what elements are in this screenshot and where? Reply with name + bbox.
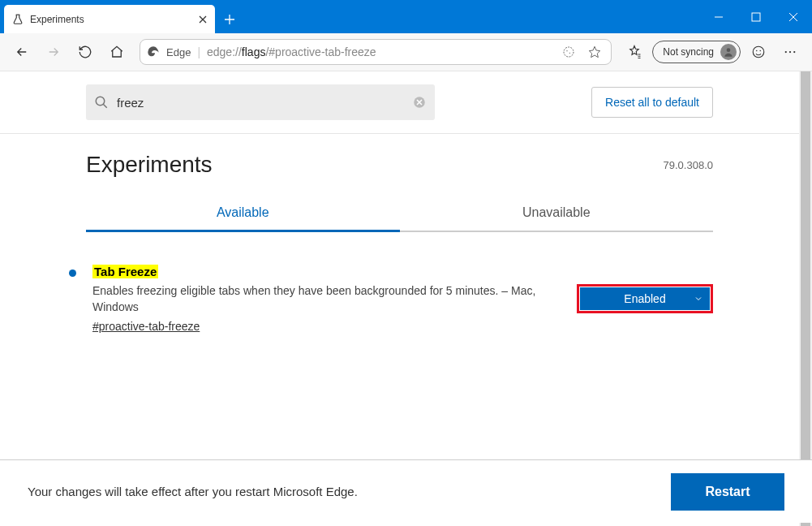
home-icon [110,45,124,59]
flag-select-wrapper: Enabled [577,284,713,333]
minimize-icon [714,12,724,22]
edge-logo-icon [147,45,160,58]
favorites-list-button[interactable] [621,38,648,66]
cookie-icon [562,45,575,58]
new-tab-button[interactable] [215,5,244,33]
person-icon [723,46,734,58]
clear-search-button[interactable] [412,95,427,110]
svg-point-6 [756,50,758,52]
smiley-icon [751,45,766,59]
addr-prefix: Edge [166,46,191,58]
address-bar[interactable]: Edge | edge://flags/#proactive-tab-freez… [140,39,612,65]
browser-tab[interactable]: Experiments [4,5,215,33]
flag-item: Tab Freeze Enables freezing eligible tab… [0,232,799,333]
svg-point-7 [760,50,762,52]
restart-button[interactable]: Restart [671,473,784,511]
maximize-icon [751,12,761,22]
refresh-button[interactable] [71,38,99,66]
footer-message: Your changes will take effect after you … [28,485,358,498]
addr-separator: | [197,45,200,58]
close-icon [788,12,798,22]
close-icon [199,15,207,24]
close-window-button[interactable] [775,0,812,33]
cookie-settings-button[interactable] [559,42,578,62]
search-box[interactable] [86,84,435,120]
feedback-button[interactable] [745,38,772,66]
tab-title: Experiments [30,14,84,25]
browser-toolbar: Edge | edge://flags/#proactive-tab-freez… [0,33,812,71]
svg-point-5 [753,46,764,58]
menu-button[interactable] [776,38,804,66]
star-list-icon [627,45,642,59]
plus-icon [224,14,235,25]
clear-icon [412,95,427,110]
flag-title: Tab Freeze [92,265,158,278]
favorite-button[interactable] [585,42,604,62]
reset-all-button[interactable]: Reset all to default [591,87,713,118]
forward-button [40,38,67,66]
back-button[interactable] [8,38,36,66]
star-icon [588,45,601,58]
flask-icon [12,14,24,25]
scrollbar[interactable] [799,71,812,526]
svg-point-2 [567,50,568,51]
svg-point-8 [785,51,787,53]
version-label: 79.0.308.0 [664,159,713,171]
flag-select-dropdown[interactable]: Enabled [580,287,710,310]
arrow-left-icon [15,45,29,59]
svg-point-10 [793,51,795,53]
search-icon [94,95,109,110]
svg-point-1 [564,47,574,57]
tab-unavailable[interactable]: Unavailable [400,196,714,232]
addr-url: edge://flags/#proactive-tab-freeze [207,45,552,58]
scrollbar-thumb[interactable] [801,71,810,526]
flag-modified-indicator [69,269,76,277]
svg-point-9 [789,51,791,53]
more-icon [783,45,797,59]
svg-point-3 [569,53,570,54]
window-titlebar: Experiments [0,0,812,33]
refresh-icon [78,45,92,59]
tab-close-button[interactable] [199,15,207,24]
tabs-row: Available Unavailable [0,186,799,232]
profile-sync-button[interactable]: Not syncing [652,41,741,63]
tab-available[interactable]: Available [86,196,400,232]
sync-label: Not syncing [663,46,714,58]
search-row: Reset all to default [0,71,799,134]
flag-hash-link[interactable]: #proactive-tab-freeze [92,320,200,333]
arrow-right-icon [46,45,61,59]
flag-description: Enables freezing eligible tabs when they… [92,283,547,315]
content-area: Reset all to default Experiments 79.0.30… [0,71,812,526]
chevron-down-icon [694,294,703,304]
restart-footer: Your changes will take effect after you … [0,459,812,523]
avatar [720,44,737,60]
window-controls [700,0,812,33]
minimize-button[interactable] [700,0,737,33]
page-title: Experiments [86,152,213,178]
svg-point-4 [727,48,731,52]
svg-rect-0 [752,13,760,21]
maximize-button[interactable] [737,0,775,33]
flag-select-highlight: Enabled [577,284,713,313]
heading-row: Experiments 79.0.308.0 [0,134,799,186]
svg-point-11 [96,97,105,106]
flag-text: Tab Freeze Enables freezing eligible tab… [92,265,561,333]
home-button[interactable] [103,38,131,66]
flag-select-value: Enabled [624,292,665,305]
search-input[interactable] [117,96,404,110]
